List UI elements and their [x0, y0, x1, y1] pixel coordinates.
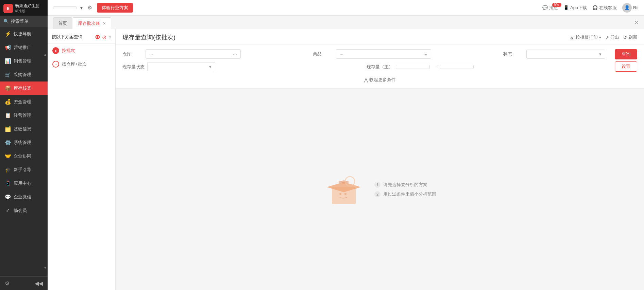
- sidebar-scroll-up[interactable]: ▲: [43, 53, 48, 56]
- inventory-status-dropdown-icon[interactable]: ▾: [209, 64, 211, 69]
- sidebar-item-inventory[interactable]: 📦 库存核算: [0, 81, 48, 95]
- sidebar-item-sales[interactable]: 📊 销售管理: [0, 54, 48, 68]
- operation-icon: 📋: [5, 112, 11, 119]
- print-dropdown-icon[interactable]: ▾: [599, 35, 601, 40]
- settings-scheme-icon[interactable]: ⊙: [102, 34, 106, 40]
- export-action[interactable]: ↗ 导出: [605, 34, 619, 40]
- system-icon: ⚙️: [5, 140, 11, 146]
- user-action[interactable]: 👤 Rit: [622, 3, 639, 13]
- tab-home[interactable]: 首页: [53, 17, 72, 29]
- sidebar-footer: ⚙ ◀◀: [0, 276, 48, 290]
- settings-footer-icon[interactable]: ⚙: [5, 280, 10, 287]
- sidebar-item-newbie[interactable]: 🎓 新手引导: [0, 163, 48, 177]
- warehouse-input[interactable]: ··· ···: [146, 49, 241, 59]
- tip-text-1: 请先选择要分析的方案: [383, 182, 427, 188]
- basic-icon: 🗂️: [5, 126, 11, 132]
- dropdown-button[interactable]: ▾: [80, 5, 83, 11]
- sidebar-item-member[interactable]: ✓ 畅会员: [0, 204, 48, 217]
- sidebar-item-label: 营销推广: [14, 44, 31, 51]
- svg-point-6: [344, 193, 346, 195]
- online-service-action[interactable]: 🎧 在线客服: [592, 5, 617, 11]
- collapse-more-conditions[interactable]: ⋀ 收起更多条件: [122, 75, 637, 85]
- sidebar-search[interactable]: 🔍 搜索菜单: [0, 16, 48, 27]
- tabbar-close-right-icon[interactable]: ✕: [634, 19, 639, 25]
- filter-separator: —: [433, 64, 437, 69]
- export-icon: ↗: [605, 35, 609, 40]
- username-label: Rit: [633, 5, 639, 10]
- trial-button[interactable]: 体验行业方案: [97, 3, 133, 13]
- collapse-sidebar-icon[interactable]: ◀◀: [35, 280, 43, 287]
- sidebar-item-finance[interactable]: 💰 资金管理: [0, 95, 48, 109]
- sidebar-item-label: 库存核算: [14, 85, 31, 91]
- sidebar-item-quick-nav[interactable]: ⚡ 快捷导航: [0, 27, 48, 41]
- sidebar-item-label: 企业协同: [14, 153, 31, 159]
- add-scheme-icon[interactable]: ⊕: [95, 33, 100, 41]
- headset-icon: 🎧: [592, 5, 598, 10]
- sidebar-item-marketing[interactable]: 📢 营销推广: [0, 41, 48, 54]
- status-filter: 状态 ▾: [503, 50, 605, 59]
- filter-row-1: 仓库 ··· ··· 商品 ··· ···: [122, 49, 605, 59]
- apps-icon: 📱: [5, 180, 11, 186]
- status-dropdown-icon[interactable]: ▾: [599, 52, 601, 57]
- scheme-by-batch-icon: ●: [52, 47, 59, 54]
- inventory-qty-from[interactable]: [396, 65, 430, 69]
- breadcrumb-input[interactable]: [53, 6, 77, 9]
- status-input[interactable]: ▾: [526, 50, 605, 59]
- inventory-qty-filter: 现存量（主） —: [367, 64, 605, 70]
- goods-input[interactable]: ··· ···: [336, 49, 431, 59]
- print-template-action[interactable]: 🖨 按模板打印 ▾: [570, 34, 601, 40]
- sidebar-item-apps[interactable]: 📱 应用中心: [0, 177, 48, 190]
- sidebar-item-wechat[interactable]: 💬 企业微信: [0, 190, 48, 204]
- warehouse-filter: 仓库 ··· ···: [122, 49, 307, 59]
- topbar-settings-icon[interactable]: ⚙: [87, 4, 92, 11]
- search-icon: 🔍: [3, 19, 9, 24]
- quick-nav-icon: ⚡: [5, 31, 11, 37]
- sidebar-item-system[interactable]: ⚙️ 系统管理: [0, 136, 48, 149]
- sidebar-header: 6 畅康通好生意 标准版: [0, 0, 48, 16]
- filter-row-2: 现存量状态 ▾ 现存量（主） —: [122, 62, 605, 71]
- app-name: 畅康通好生意: [15, 3, 39, 9]
- goods-label: 商品: [313, 51, 333, 57]
- scheme-by-batch[interactable]: ● 按批次: [48, 44, 115, 57]
- tab-close-icon[interactable]: ✕: [103, 21, 106, 26]
- app-download-icon: 📱: [563, 5, 569, 10]
- refresh-action[interactable]: ↺ 刷新: [623, 34, 637, 40]
- page-title: 现存量查询(按批次): [122, 33, 175, 41]
- query-button[interactable]: 查询: [615, 49, 637, 59]
- scheme-by-warehouse-batch-icon: ○: [52, 61, 59, 68]
- search-label: 搜索菜单: [11, 18, 29, 24]
- app-download-action[interactable]: 📱 App下载: [563, 5, 587, 11]
- empty-tip-2: 2 用过滤条件来缩小分析范围: [374, 191, 436, 197]
- sidebar-scroll-down[interactable]: ▼: [43, 266, 48, 270]
- settings-button[interactable]: 设置: [615, 61, 637, 72]
- message-action[interactable]: 💬 消息 99+: [542, 5, 558, 11]
- warehouse-dots-icon[interactable]: ···: [233, 51, 237, 57]
- sidebar-item-operation[interactable]: 📋 经营管理: [0, 109, 48, 122]
- sales-icon: 📊: [5, 58, 11, 64]
- app-version: 标准版: [15, 9, 39, 14]
- scheme-by-warehouse-batch[interactable]: ○ 按仓库+批次: [48, 57, 115, 71]
- finance-icon: 💰: [5, 99, 11, 105]
- scheme-by-warehouse-batch-label: 按仓库+批次: [62, 61, 87, 67]
- goods-placeholder: ···: [340, 52, 343, 57]
- sidebar-item-label: 采购管理: [14, 72, 31, 78]
- goods-dots-icon[interactable]: ···: [423, 51, 427, 57]
- breadcrumb: [53, 6, 77, 9]
- sidebar-item-purchase[interactable]: 🛒 采购管理: [0, 68, 48, 81]
- marketing-icon: 📢: [5, 44, 11, 51]
- sidebar-item-basic[interactable]: 🗂️ 基础信息: [0, 122, 48, 136]
- filter-right-buttons: 查询 设置: [615, 49, 637, 72]
- left-panel: 按以下方案查询 ⊕ ⊙ « ● 按批次 ○ 按仓库+批次: [48, 29, 116, 290]
- avatar: 👤: [622, 3, 632, 13]
- inventory-status-input[interactable]: ▾: [147, 62, 215, 71]
- inventory-qty-to[interactable]: [440, 65, 474, 69]
- collapse-left-panel-icon[interactable]: «: [108, 34, 111, 40]
- sidebar-item-enterprise[interactable]: 🤝 企业协同: [0, 149, 48, 163]
- tip-text-2: 用过滤条件来缩小分析范围: [383, 191, 436, 197]
- status-label: 状态: [503, 51, 524, 57]
- tab-batch-account[interactable]: 库存批次账 ✕: [73, 17, 111, 29]
- message-icon: 💬: [542, 5, 548, 10]
- online-service-label: 在线客服: [599, 5, 617, 11]
- app-logo: 6: [3, 4, 13, 13]
- sidebar-item-label: 新手引导: [14, 167, 31, 173]
